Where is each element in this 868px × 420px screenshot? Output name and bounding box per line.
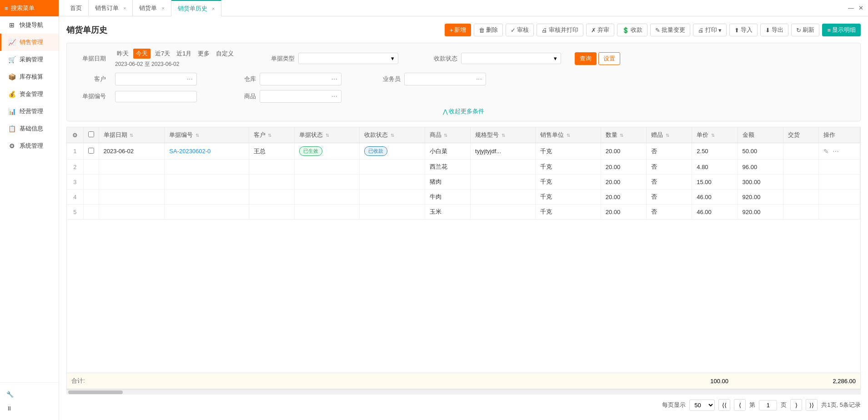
print-button[interactable]: 🖨 打印 ▾ — [693, 24, 727, 36]
th-docstatus-sort[interactable]: ⇅ — [326, 133, 329, 138]
row-delivery-5 — [783, 205, 819, 220]
sidebar-item-system[interactable]: ⚙ 系统管理 — [0, 137, 59, 155]
more-icon-1[interactable]: ⋯ — [833, 148, 839, 155]
horizontal-scrollbar[interactable] — [66, 389, 861, 395]
row-paymentstatus-3 — [360, 175, 425, 190]
customer-input[interactable] — [119, 76, 185, 83]
goods-input-group[interactable]: ··· — [260, 90, 341, 103]
sidebar-item-operations[interactable]: 📊 经营管理 — [0, 103, 59, 120]
approve-button[interactable]: ✓ 审核 — [506, 24, 534, 36]
sidebar-bottom-item-pause[interactable]: ⏸ — [0, 401, 59, 415]
export-button[interactable]: ⬇ 导出 — [760, 24, 788, 36]
window-minimize[interactable]: — — [848, 5, 854, 11]
select-all-checkbox[interactable] — [88, 131, 94, 137]
warehouse-ellipsis[interactable]: ··· — [331, 75, 337, 83]
settings-button[interactable]: 设置 — [598, 52, 620, 65]
row-delivery-2 — [783, 160, 819, 175]
row-gift-3: 否 — [646, 175, 692, 190]
purchase-icon: 🛒 — [8, 56, 16, 63]
sidebar-item-basic-info[interactable]: 📋 基础信息 — [0, 120, 59, 137]
batch-change-button[interactable]: ✎ 批量变更 — [650, 24, 690, 36]
row-goods-5: 玉米 — [425, 205, 470, 220]
row-paymentstatus-1: 已收款 — [360, 143, 425, 160]
first-page-btn[interactable]: ⟨⟨ — [718, 399, 730, 411]
scrollbar-thumb[interactable] — [68, 390, 123, 394]
warehouse-input[interactable] — [264, 76, 330, 83]
th-unit-sort[interactable]: ⇅ — [567, 133, 570, 138]
th-goods-sort[interactable]: ⇅ — [444, 133, 447, 138]
sidebar-bottom-item-settings[interactable]: 🔧 — [0, 387, 59, 401]
last-page-btn[interactable]: ⟩⟩ — [806, 399, 818, 411]
row-docno-link-1[interactable]: SA-20230602-0 — [169, 148, 211, 155]
doc-input[interactable] — [115, 91, 197, 102]
tab-sales-order-close[interactable]: × — [123, 5, 126, 11]
tab-sales-order[interactable]: 销售订单 × — [89, 0, 133, 16]
goods-ellipsis[interactable]: ··· — [331, 92, 337, 100]
show-detail-button[interactable]: ≡ 显示明细 — [822, 24, 861, 36]
shortcut-7days[interactable]: 近7天 — [153, 49, 172, 59]
staff-ellipsis[interactable]: ··· — [476, 75, 482, 83]
tab-sales-history[interactable]: 销货单历史 × — [171, 0, 221, 16]
sidebar-item-purchase[interactable]: 🛒 采购管理 — [0, 51, 59, 68]
sidebar-item-sales[interactable]: 📈 销售管理 — [0, 34, 59, 51]
import-button[interactable]: ⬆ 导入 — [729, 24, 758, 36]
shortcut-yesterday[interactable]: 昨天 — [115, 49, 130, 59]
sidebar-header[interactable]: ≡ 搜索菜单 — [0, 0, 59, 16]
goods-input[interactable] — [264, 93, 330, 100]
type-select[interactable]: ▾ — [298, 53, 398, 64]
tab-sales-delivery[interactable]: 销货单 × — [133, 0, 171, 16]
th-paymentstatus-label: 收款状态 — [364, 131, 388, 138]
add-button[interactable]: + 新增 — [445, 24, 472, 36]
refresh-button[interactable]: ↻ 刷新 — [791, 24, 819, 36]
th-gear[interactable]: ⚙ — [67, 127, 83, 143]
shortcut-1month[interactable]: 近1月 — [175, 49, 193, 59]
next-page-btn[interactable]: ⟩ — [790, 399, 802, 411]
th-paymentstatus-sort[interactable]: ⇅ — [391, 133, 394, 138]
staff-input[interactable] — [408, 76, 474, 83]
edit-icon-1[interactable]: ✎ — [823, 148, 829, 155]
per-page-select[interactable]: 50 100 200 — [689, 400, 715, 411]
discard-approve-button[interactable]: ✗ 弃审 — [586, 24, 614, 36]
shortcut-more[interactable]: 更多 — [196, 49, 211, 59]
tab-sales-delivery-close[interactable]: × — [161, 5, 164, 11]
row-action-2 — [818, 160, 860, 175]
warehouse-input-group[interactable]: ··· — [260, 73, 341, 85]
sidebar-item-finance[interactable]: 💰 资金管理 — [0, 85, 59, 103]
tab-home[interactable]: 首页 — [64, 0, 89, 16]
th-gift-sort[interactable]: ⇅ — [666, 133, 669, 138]
customer-ellipsis[interactable]: ··· — [187, 75, 193, 83]
approve-print-button[interactable]: 🖨 审核并打印 — [537, 24, 583, 36]
th-gift: 赠品 ⇅ — [646, 127, 692, 143]
row-amount-5: 920.00 — [738, 205, 783, 220]
batch-icon: ✎ — [655, 27, 660, 34]
payment-select[interactable]: ▾ — [461, 53, 561, 64]
page-input[interactable] — [759, 400, 777, 410]
th-spec-label: 规格型号 — [475, 131, 499, 138]
th-price-sort[interactable]: ⇅ — [711, 133, 715, 138]
th-qty-sort[interactable]: ⇅ — [620, 133, 623, 138]
tab-sales-history-close[interactable]: × — [212, 6, 215, 11]
row-check-1[interactable] — [83, 143, 99, 160]
sidebar-item-quicknav[interactable]: ⊞ 快捷导航 — [0, 16, 59, 34]
window-close[interactable]: ✕ — [858, 5, 863, 11]
collapse-button[interactable]: ⋀ 收起更多条件 — [74, 107, 853, 115]
receive-payment-button[interactable]: 💲 收款 — [617, 24, 647, 36]
th-customer-sort[interactable]: ⇅ — [268, 133, 271, 138]
shortcut-today[interactable]: 今天 — [133, 49, 151, 59]
row-qty-3: 20.00 — [601, 175, 646, 190]
th-checkbox[interactable] — [83, 127, 99, 143]
staff-input-group[interactable]: ··· — [404, 73, 486, 85]
prev-page-btn[interactable]: ⟨ — [734, 399, 746, 411]
customer-input-group[interactable]: ··· — [115, 73, 197, 85]
row-docno-1[interactable]: SA-20230602-0 — [165, 143, 249, 160]
th-date-sort[interactable]: ⇅ — [130, 133, 133, 138]
query-button[interactable]: 查询 — [575, 52, 597, 65]
row-qty-2: 20.00 — [601, 160, 646, 175]
th-spec-sort[interactable]: ⇅ — [502, 133, 505, 138]
gear-icon[interactable]: ⚙ — [72, 132, 78, 139]
shortcut-custom[interactable]: 自定义 — [214, 49, 236, 59]
sidebar-item-inventory[interactable]: 📦 库存核算 — [0, 68, 59, 85]
delete-button[interactable]: 🗑 删除 — [474, 24, 503, 36]
th-docno-sort[interactable]: ⇅ — [196, 133, 199, 138]
row-checkbox-1[interactable] — [88, 148, 94, 154]
